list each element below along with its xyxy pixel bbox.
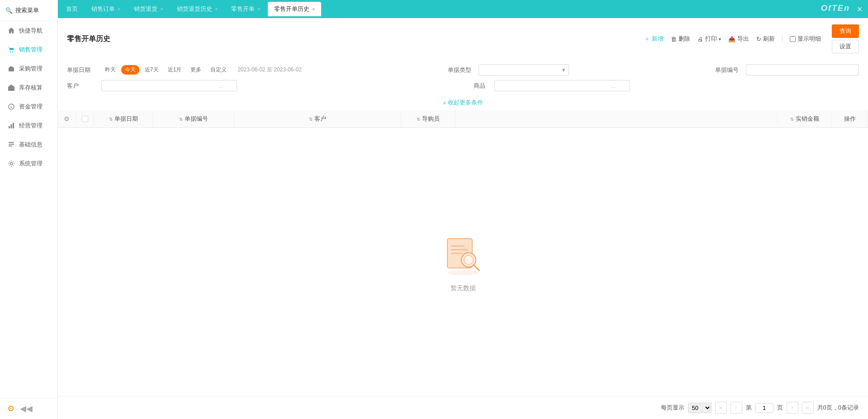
query-button[interactable]: 查询 xyxy=(832,24,859,38)
sidebar-item-inventory[interactable]: 库存核算 xyxy=(0,78,57,97)
date-range-display: 2023-06-02 至 2023-06-02 xyxy=(237,66,301,74)
svg-line-21 xyxy=(474,265,479,270)
sidebar-search[interactable]: 🔍 搜索菜单 xyxy=(0,0,57,21)
add-button[interactable]: ＋ 新增 xyxy=(644,35,664,43)
th-guide-sort-icon: ⇅ xyxy=(417,117,420,122)
table-area: ⚙ ⇅ 单据日期 ⇅ 单据编号 ⇅ 客户 ⇅ 导购员 ⇅ xyxy=(58,110,868,419)
last-page-btn[interactable]: » xyxy=(802,402,814,414)
gear-icon[interactable]: ⚙ xyxy=(64,115,70,122)
window-close-btn[interactable]: ✕ xyxy=(853,3,866,15)
goods-input[interactable]: ... xyxy=(494,80,630,91)
tab-retail-history-label: 零售开单历史 xyxy=(274,5,309,13)
th-checkbox[interactable] xyxy=(76,111,94,127)
svg-rect-16 xyxy=(451,245,465,247)
setting-button[interactable]: 设置 xyxy=(832,40,859,53)
date-shortcuts: 昨天 今天 近7天 近1月 更多 自定义 xyxy=(101,65,230,75)
home-icon xyxy=(7,27,15,35)
th-settings[interactable]: ⚙ xyxy=(58,111,76,127)
tab-sales-order[interactable]: 销售订单 × xyxy=(85,2,127,16)
tab-sales-order-label: 销售订单 xyxy=(91,5,115,13)
tab-retail-history-close[interactable]: × xyxy=(312,6,315,12)
date-btn-more[interactable]: 更多 xyxy=(187,65,205,75)
page-number-input[interactable] xyxy=(755,403,773,413)
sidebar-search-label: 搜索菜单 xyxy=(15,6,39,14)
main-area: 首页 销售订单 × 销货退货 × 销货退货历史 × 零售开单 × 零售开单历史 … xyxy=(58,0,868,419)
tab-return-close[interactable]: × xyxy=(160,6,163,12)
select-all-checkbox[interactable] xyxy=(82,116,88,122)
print-chevron: ▾ xyxy=(719,37,721,42)
th-date-label: 单据日期 xyxy=(114,115,138,123)
filter-row-1: 单据日期 昨天 今天 近7天 近1月 更多 自定义 2023-06-02 至 2… xyxy=(67,64,859,75)
doc-type-select[interactable] xyxy=(479,64,569,75)
sidebar-menu: 快捷导航 销售管理 采购管理 库存核算 ¥ 资金管理 xyxy=(0,21,57,398)
svg-point-0 xyxy=(10,52,11,52)
sidebar-item-quick-nav[interactable]: 快捷导航 xyxy=(0,21,57,40)
th-guide[interactable]: ⇅ 导购员 xyxy=(401,110,455,127)
tab-home[interactable]: 首页 xyxy=(60,2,84,16)
date-btn-7days[interactable]: 近7天 xyxy=(141,65,162,75)
show-detail-checkbox[interactable] xyxy=(790,36,796,42)
export-button[interactable]: 📤 导出 xyxy=(728,35,749,43)
th-customer-label: 客户 xyxy=(314,115,326,123)
system-icon xyxy=(7,160,15,168)
prev-page-btn[interactable]: ‹ xyxy=(730,402,742,414)
sidebar-item-finance[interactable]: ¥ 资金管理 xyxy=(0,97,57,116)
settings-icon[interactable]: ⚙ xyxy=(7,404,14,414)
tab-return[interactable]: 销货退货 × xyxy=(128,2,169,16)
sidebar-label-inventory: 库存核算 xyxy=(19,84,43,92)
first-page-btn[interactable]: « xyxy=(715,402,727,414)
th-date[interactable]: ⇅ 单据日期 xyxy=(94,110,153,127)
per-page-label: 每页显示 xyxy=(661,404,684,412)
sidebar-item-basic[interactable]: 基础信息 xyxy=(0,135,57,154)
sidebar-item-ops[interactable]: 经营管理 xyxy=(0,116,57,135)
page-suffix: 页 xyxy=(777,404,783,412)
collapse-row[interactable]: ∧ 收起更多条件 xyxy=(67,96,859,107)
show-detail-toggle[interactable]: 显示明细 xyxy=(790,35,821,43)
date-btn-custom[interactable]: 自定义 xyxy=(207,65,230,75)
box-icon xyxy=(7,65,15,73)
empty-text: 暂无数据 xyxy=(451,284,476,292)
svg-text:¥: ¥ xyxy=(10,105,13,109)
doc-no-input[interactable] xyxy=(746,64,859,75)
date-btn-yesterday[interactable]: 昨天 xyxy=(101,65,119,75)
th-docno-sort-icon: ⇅ xyxy=(179,117,183,122)
export-label: 导出 xyxy=(737,35,749,43)
per-page-select[interactable]: 50 10 20 100 xyxy=(688,403,711,413)
th-docno-label: 单据编号 xyxy=(185,115,208,123)
next-page-btn[interactable]: › xyxy=(787,402,798,414)
tab-sales-order-close[interactable]: × xyxy=(118,6,120,12)
delete-button[interactable]: 🗑 删除 xyxy=(671,35,690,43)
th-amount-label: 实销金额 xyxy=(796,115,819,123)
customer-input[interactable]: ... xyxy=(101,80,237,91)
tab-retail-order-close[interactable]: × xyxy=(257,6,260,12)
tab-retail-history[interactable]: 零售开单历史 × xyxy=(268,2,321,16)
toolbar-divider xyxy=(782,35,783,42)
sidebar-item-sales-mgmt[interactable]: 销售管理 xyxy=(0,40,57,59)
refresh-button[interactable]: ↻ 刷新 xyxy=(756,35,775,43)
tab-return-history[interactable]: 销货退货历史 × xyxy=(171,2,224,16)
svg-rect-6 xyxy=(9,126,10,128)
tab-return-history-close[interactable]: × xyxy=(215,6,218,12)
date-btn-today[interactable]: 今天 xyxy=(121,65,139,75)
th-customer[interactable]: ⇅ 客户 xyxy=(234,110,401,127)
tab-home-label: 首页 xyxy=(66,5,78,13)
refresh-label: 刷新 xyxy=(763,35,775,43)
svg-rect-17 xyxy=(451,249,468,250)
sidebar-item-purchase-mgmt[interactable]: 采购管理 xyxy=(0,59,57,78)
th-docno[interactable]: ⇅ 单据编号 xyxy=(153,110,234,127)
total-info: 共0页，0条记录 xyxy=(817,404,859,412)
tab-retail-order[interactable]: 零售开单 × xyxy=(225,2,266,16)
empty-state: 暂无数据 xyxy=(58,128,868,396)
svg-rect-2 xyxy=(9,67,14,71)
th-spacer xyxy=(455,114,778,123)
th-amount[interactable]: ⇅ 实销金额 xyxy=(778,110,832,127)
collapse-icon[interactable]: ◀◀ xyxy=(20,404,33,414)
doc-type-select-wrapper xyxy=(479,64,569,75)
tab-return-history-label: 销货退货历史 xyxy=(177,5,212,13)
print-button[interactable]: 🖨 打印 ▾ xyxy=(697,35,721,43)
th-action-label: 操作 xyxy=(844,115,856,123)
th-amount-sort-icon: ⇅ xyxy=(790,117,794,122)
date-btn-1month[interactable]: 近1月 xyxy=(164,65,185,75)
print-label: 打印 xyxy=(705,35,717,43)
sidebar-item-system[interactable]: 系统管理 xyxy=(0,154,57,173)
